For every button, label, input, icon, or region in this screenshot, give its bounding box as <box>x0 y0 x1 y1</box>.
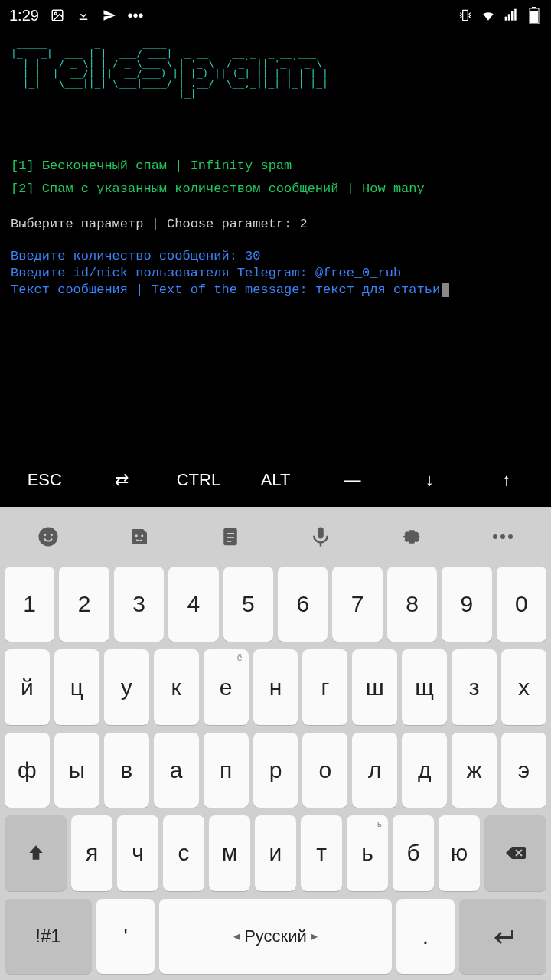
key-а[interactable]: а <box>154 733 199 808</box>
svg-point-19 <box>493 534 497 539</box>
key-м[interactable]: м <box>209 815 250 890</box>
key-о[interactable]: о <box>302 733 347 808</box>
svg-point-20 <box>500 534 505 539</box>
clock: 1:29 <box>9 7 39 24</box>
chevron-left-icon: ◂ <box>233 929 240 943</box>
key-7[interactable]: 7 <box>332 567 382 642</box>
key-е[interactable]: её <box>204 649 249 724</box>
symbols-key[interactable]: !#1 <box>5 899 92 974</box>
letter-row-2: фывапролджэ <box>5 733 546 808</box>
key-р[interactable]: р <box>253 733 298 808</box>
bottom-row: !#1 ' ◂ Русский ▸ . <box>5 899 546 974</box>
key-л[interactable]: л <box>352 733 397 808</box>
svg-rect-3 <box>508 14 510 20</box>
svg-point-21 <box>508 534 513 539</box>
svg-point-11 <box>51 534 53 536</box>
key-п[interactable]: п <box>204 733 249 808</box>
svg-rect-17 <box>227 541 231 542</box>
nick-line: Введите id/nick пользователя Telegram: @… <box>11 265 540 282</box>
status-left: 1:29 ••• <box>9 7 143 24</box>
key-д[interactable]: д <box>402 733 447 808</box>
emoji-icon[interactable] <box>3 525 94 548</box>
status-right <box>458 8 542 23</box>
key-т[interactable]: т <box>301 815 342 890</box>
esc-key[interactable]: ESC <box>6 470 83 490</box>
comma-key[interactable]: ' <box>96 899 155 974</box>
key-ь[interactable]: ьъ <box>347 815 388 890</box>
key-ш[interactable]: ш <box>352 649 397 724</box>
key-4[interactable]: 4 <box>168 567 218 642</box>
count-line: Введите количество сообщений: 30 <box>11 248 540 265</box>
key-у[interactable]: у <box>104 649 149 724</box>
key-б[interactable]: б <box>393 815 434 890</box>
key-1[interactable]: 1 <box>5 567 54 642</box>
key-щ[interactable]: щ <box>402 649 447 724</box>
key-с[interactable]: с <box>163 815 204 890</box>
key-я[interactable]: я <box>71 815 112 890</box>
terminal-extra-keys: ESC ⇄ CTRL ALT — ↓ ↑ <box>0 453 551 507</box>
key-ы[interactable]: ы <box>54 733 99 808</box>
alt-key[interactable]: ALT <box>237 470 315 490</box>
key-0[interactable]: 0 <box>497 567 546 642</box>
key-3[interactable]: 3 <box>114 567 164 642</box>
keyboard-keys: 1234567890 йцукеёнгшщзх фывапролджэ ячсм… <box>0 567 551 980</box>
key-э[interactable]: э <box>501 733 546 808</box>
svg-rect-8 <box>530 11 538 23</box>
key-з[interactable]: з <box>452 649 497 724</box>
tab-key[interactable]: ⇄ <box>83 470 161 490</box>
key-ц[interactable]: ц <box>54 649 99 724</box>
key-к[interactable]: к <box>154 649 199 724</box>
svg-point-1 <box>54 12 57 15</box>
count-value: 30 <box>245 249 260 263</box>
key-и[interactable]: и <box>255 815 296 890</box>
gear-icon[interactable] <box>367 525 458 548</box>
language-label: Русский <box>244 926 307 946</box>
vibrate-icon <box>458 8 473 23</box>
minus-key[interactable]: — <box>314 470 391 490</box>
key-ж[interactable]: ж <box>452 733 497 808</box>
svg-rect-15 <box>227 533 234 534</box>
wifi-icon <box>481 8 496 23</box>
signal-icon <box>504 8 519 23</box>
terminal-area[interactable]: _____ _ ____ |_ _| ___ | | ___/ ___| _ _… <box>0 31 551 453</box>
backspace-key[interactable] <box>484 815 546 890</box>
ctrl-key[interactable]: CTRL <box>160 470 237 490</box>
key-5[interactable]: 5 <box>223 567 273 642</box>
key-ю[interactable]: ю <box>439 815 480 890</box>
nick-value: @free_0_rub <box>315 266 401 280</box>
key-х[interactable]: х <box>501 649 546 724</box>
ascii-logo: _____ _ ____ |_ _| ___ | | ___/ ___| _ _… <box>11 38 540 98</box>
more-icon[interactable] <box>457 534 548 540</box>
key-sup: ё <box>237 652 243 663</box>
sticker-icon[interactable] <box>94 525 185 548</box>
key-й[interactable]: й <box>5 649 50 724</box>
period-key[interactable]: . <box>396 899 455 974</box>
letter-row-3: ячсмитьъбю <box>5 815 546 890</box>
choose-parameter-line: Выберите параметр | Choose parametr: 2 <box>11 216 540 233</box>
key-ч[interactable]: ч <box>117 815 158 890</box>
enter-key[interactable] <box>459 899 546 974</box>
svg-rect-4 <box>511 11 514 21</box>
key-ф[interactable]: ф <box>5 733 50 808</box>
key-8[interactable]: 8 <box>387 567 437 642</box>
down-key[interactable]: ↓ <box>391 470 468 490</box>
key-2[interactable]: 2 <box>59 567 109 642</box>
mic-icon[interactable] <box>276 525 367 548</box>
battery-icon <box>527 8 542 23</box>
key-9[interactable]: 9 <box>442 567 491 642</box>
key-в[interactable]: в <box>104 733 149 808</box>
space-key[interactable]: ◂ Русский ▸ <box>159 899 392 974</box>
letter-row-1: йцукеёнгшщзх <box>5 649 546 724</box>
key-г[interactable]: г <box>302 649 347 724</box>
more-icon: ••• <box>128 8 143 23</box>
nick-prompt: Введите id/nick пользователя Telegram: <box>11 266 315 280</box>
shift-key[interactable] <box>5 815 67 890</box>
clipboard-icon[interactable] <box>184 525 276 548</box>
key-н[interactable]: н <box>253 649 298 724</box>
soft-keyboard: 1234567890 йцукеёнгшщзх фывапролджэ ячсм… <box>0 507 551 980</box>
up-key[interactable]: ↑ <box>468 470 545 490</box>
svg-rect-18 <box>318 528 324 539</box>
menu-option-2: [2] Спам с указанным количеством сообщен… <box>11 181 540 198</box>
key-6[interactable]: 6 <box>278 567 328 642</box>
status-bar: 1:29 ••• <box>0 0 551 31</box>
